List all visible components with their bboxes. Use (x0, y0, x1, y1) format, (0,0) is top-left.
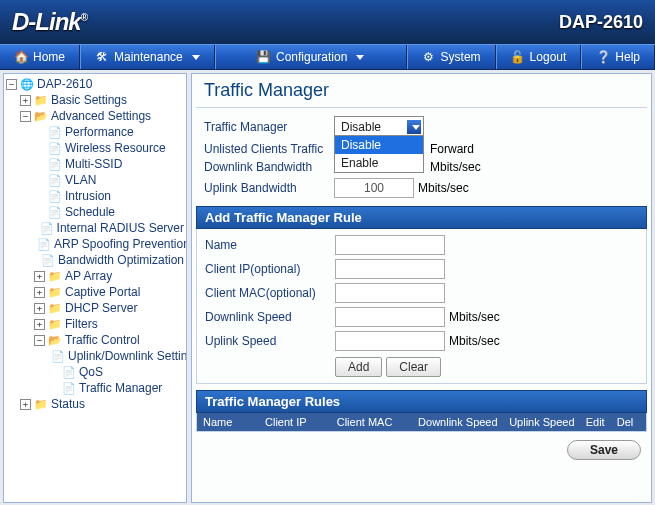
value-unlisted: Forward (430, 142, 474, 156)
clear-button[interactable]: Clear (386, 357, 441, 377)
tree-item-label: ARP Spoofing Prevention (54, 237, 187, 251)
tree-advanced-settings[interactable]: − 📂 Advanced Settings (18, 108, 186, 124)
folder-icon: 📁 (48, 301, 62, 315)
tree-item-label: QoS (79, 365, 103, 379)
collapse-icon[interactable]: − (6, 79, 17, 90)
logout-icon: 🔓 (511, 50, 525, 64)
chevron-down-icon (356, 55, 364, 60)
chevron-down-icon (407, 120, 421, 134)
save-button[interactable]: Save (567, 440, 641, 460)
tree-qos[interactable]: 📄QoS (46, 364, 186, 380)
tree-intrusion[interactable]: 📄Intrusion (32, 188, 186, 204)
model-label: DAP-2610 (559, 12, 643, 33)
page-icon: 📄 (41, 253, 55, 267)
unit-ul: Mbits/sec (418, 181, 469, 195)
collapse-icon[interactable]: − (34, 335, 45, 346)
option-enable[interactable]: Enable (335, 154, 423, 172)
tree-performance[interactable]: 📄Performance (32, 124, 186, 140)
page-icon: 📄 (48, 189, 62, 203)
help-icon: ❔ (596, 50, 610, 64)
tree-traffic-manager[interactable]: 📄Traffic Manager (46, 380, 186, 396)
nav-logout[interactable]: 🔓 Logout (496, 45, 582, 69)
label-dl-bw: Downlink Bandwidth (204, 160, 334, 174)
nav-logout-label: Logout (530, 50, 567, 64)
input-client-mac[interactable] (335, 283, 445, 303)
tree-ap-array[interactable]: +📁AP Array (32, 268, 186, 284)
tree-item-label: Filters (65, 317, 98, 331)
tree-item-label: Captive Portal (65, 285, 140, 299)
tree-captive-portal[interactable]: +📁Captive Portal (32, 284, 186, 300)
nav-configuration-label: Configuration (276, 50, 347, 64)
nav-home[interactable]: 🏠 Home (0, 45, 80, 69)
th-edit: Edit (584, 416, 615, 428)
tree-traffic-control[interactable]: −📂Traffic Control (32, 332, 186, 348)
nav-system[interactable]: ⚙ System (407, 45, 496, 69)
tree-root[interactable]: − 🌐 DAP-2610 (4, 76, 186, 92)
tool-icon: 🛠 (95, 50, 109, 64)
folder-icon: 📁 (48, 269, 62, 283)
th-name: Name (201, 416, 263, 428)
tree-dhcp-server[interactable]: +📁DHCP Server (32, 300, 186, 316)
tree-root-label: DAP-2610 (37, 77, 92, 91)
label-ul-speed: Uplink Speed (205, 334, 335, 348)
tree-item-label: Traffic Control (65, 333, 140, 347)
nav-maintenance[interactable]: 🛠 Maintenance (80, 45, 215, 69)
page-icon: 📄 (48, 141, 62, 155)
nav-help[interactable]: ❔ Help (581, 45, 655, 69)
folder-icon: 📁 (48, 317, 62, 331)
tree-item-label: Bandwidth Optimization (58, 253, 184, 267)
nav-home-label: Home (33, 50, 65, 64)
tree-basic-settings[interactable]: + 📁 Basic Settings (18, 92, 186, 108)
tree-bandwidth-opt[interactable]: 📄Bandwidth Optimization (32, 252, 186, 268)
nav-help-label: Help (615, 50, 640, 64)
input-client-ip[interactable] (335, 259, 445, 279)
option-disable[interactable]: Disable (335, 136, 423, 154)
expand-icon[interactable]: + (34, 303, 45, 314)
input-dl-speed[interactable] (335, 307, 445, 327)
nav-tree: − 🌐 DAP-2610 + 📁 Basic Settings − 📂 (3, 73, 187, 503)
label-name: Name (205, 238, 335, 252)
tree-basic-label: Basic Settings (51, 93, 127, 107)
input-ul-bandwidth[interactable] (334, 178, 414, 198)
tree-vlan[interactable]: 📄VLAN (32, 172, 186, 188)
tree-filters[interactable]: +📁Filters (32, 316, 186, 332)
page-icon: 📄 (48, 173, 62, 187)
collapse-icon[interactable]: − (20, 111, 31, 122)
label-unlisted: Unlisted Clients Traffic (204, 142, 334, 156)
tree-multi-ssid[interactable]: 📄Multi-SSID (32, 156, 186, 172)
gear-icon: ⚙ (422, 50, 436, 64)
nav-configuration[interactable]: 💾 Configuration (215, 45, 407, 69)
tree-radius[interactable]: 📄Internal RADIUS Server (32, 220, 186, 236)
expand-icon[interactable]: + (20, 95, 31, 106)
label-mac: Client MAC(optional) (205, 286, 335, 300)
tree-advanced-label: Advanced Settings (51, 109, 151, 123)
add-button[interactable]: Add (335, 357, 382, 377)
section-add-header: Add Traffic Manager Rule (196, 206, 647, 229)
input-ul-speed[interactable] (335, 331, 445, 351)
nav-system-label: System (441, 50, 481, 64)
tree-wireless-resource[interactable]: 📄Wireless Resource (32, 140, 186, 156)
brand-bar: D-Link® DAP-2610 (0, 0, 655, 44)
tree-item-label: Multi-SSID (65, 157, 122, 171)
nav-bar: 🏠 Home 🛠 Maintenance 💾 Configuration ⚙ S… (0, 44, 655, 70)
home-icon: 🏠 (14, 50, 28, 64)
tree-schedule[interactable]: 📄Schedule (32, 204, 186, 220)
label-ip: Client IP(optional) (205, 262, 335, 276)
expand-icon[interactable]: + (34, 271, 45, 282)
page-icon: 📄 (48, 205, 62, 219)
th-ul: Uplink Speed (507, 416, 584, 428)
input-name[interactable] (335, 235, 445, 255)
tree-item-label: Internal RADIUS Server (57, 221, 184, 235)
select-value: Disable (341, 120, 381, 134)
expand-icon[interactable]: + (34, 319, 45, 330)
row-ul-bandwidth: Uplink Bandwidth Mbits/sec (196, 176, 647, 200)
tree-uplink-downlink[interactable]: 📄Uplink/Downlink Settings (46, 348, 186, 364)
dropdown-traffic-manager: Disable Enable (334, 135, 424, 173)
section-rules-header: Traffic Manager Rules (196, 390, 647, 413)
tree-item-label: Performance (65, 125, 134, 139)
expand-icon[interactable]: + (34, 287, 45, 298)
tree-status[interactable]: + 📁 Status (18, 396, 186, 412)
expand-icon[interactable]: + (20, 399, 31, 410)
th-del: Del (615, 416, 642, 428)
tree-arp-spoofing[interactable]: 📄ARP Spoofing Prevention (32, 236, 186, 252)
